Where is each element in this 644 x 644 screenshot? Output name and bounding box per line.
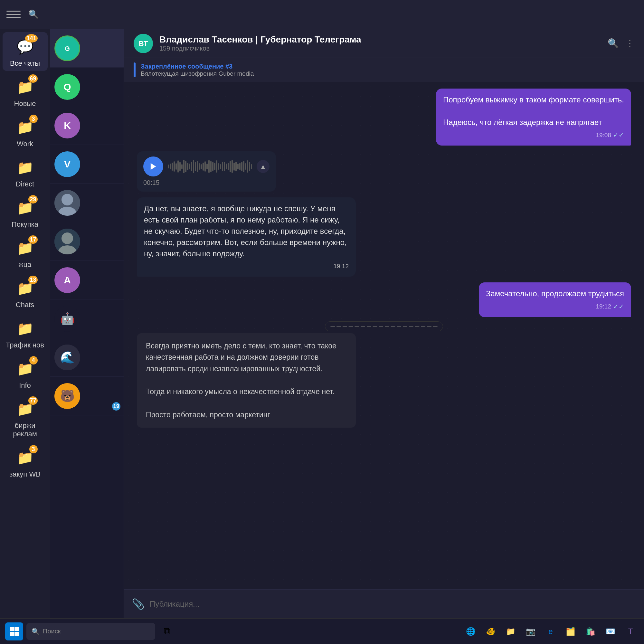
folder-item-all[interactable]: 💬 141 Все чаты [3, 32, 48, 71]
taskbar-edge-icon[interactable]: e [542, 623, 559, 640]
chat-messages: Попробуем выжимку в таком формате соверш… [124, 82, 644, 589]
message-time-4: 19:12 ✓✓ [486, 302, 624, 311]
taskbar-search-label: Поиск [43, 628, 61, 635]
chat-header: ВТ Владислав Тасенков | Губернатор Телег… [124, 29, 644, 58]
folder-sidebar: 💬 141 Все чаты 📁 69 Новые 📁 3 Work 📁 Dir… [0, 29, 50, 618]
folder-item-info[interactable]: 📁 4 Info [3, 354, 48, 393]
folder-icon-wrap-direct: 📁 [14, 156, 36, 179]
search-button[interactable]: 🔍 [27, 8, 40, 21]
taskbar-store-icon[interactable]: 🛍️ [582, 623, 599, 640]
chat-avatar-10: 🐻 [54, 383, 80, 409]
taskbar: 🔍 Поиск ⧉ 🌐 🐠 📁 📷 e 🗂️ 🛍️ 📧 T [0, 618, 644, 644]
message-time-1: 19:08 ✓✓ [443, 130, 624, 140]
direct-folder-icon: 📁 [17, 160, 33, 175]
taskbar-teams-icon[interactable]: T [622, 623, 639, 640]
folder-item-chats[interactable]: 📁 13 Chats [3, 274, 48, 312]
message-text-1: Попробуем выжимку в таком формате соверш… [443, 94, 624, 128]
message-bubble-1: Попробуем выжимку в таком формате соверш… [436, 89, 631, 146]
read-checkmarks-4: ✓✓ [613, 302, 624, 311]
folder-icon-wrap-chats: 📁 13 [14, 277, 36, 299]
taskbar-browser-icon[interactable]: 🌐 [462, 623, 479, 640]
windows-start-button[interactable] [5, 622, 23, 640]
chat-avatar-6 [54, 229, 80, 254]
folder-label-trafik: Трафик нов [6, 341, 44, 349]
svg-point-3 [62, 194, 73, 205]
message-input[interactable] [150, 600, 636, 609]
folder-item-direct[interactable]: 📁 Direct [3, 153, 48, 192]
work-folder-badge: 3 [29, 115, 38, 123]
folder-icon-wrap-all: 💬 141 [14, 35, 36, 58]
search-chat-icon[interactable]: 🔍 [608, 38, 619, 49]
svg-rect-18 [14, 627, 19, 631]
input-bar: 📎 [124, 589, 644, 618]
final-message: Всегда приятно иметь дело с теми, кто зн… [137, 333, 631, 428]
chat-avatar-9: 🌊 [54, 345, 80, 370]
chat-item-4[interactable]: V [50, 145, 124, 184]
message-3: Да нет, вы знаете, я вообще никуда не сп… [137, 197, 631, 277]
play-button[interactable] [143, 156, 163, 176]
folder-icon-wrap-work: 📁 3 [14, 116, 36, 138]
pokupka-folder-badge: 29 [28, 195, 37, 204]
chat-avatar-1: G [54, 35, 80, 61]
folder-icon-wrap-new: 📁 69 [14, 76, 36, 98]
pinned-bar[interactable]: Закреплённое сообщение #3 Вялотекущая ши… [124, 58, 644, 82]
pinned-indicator [134, 62, 136, 77]
message-time-3: 19:12 [144, 262, 349, 271]
chat-item-8[interactable]: 🤖 [50, 299, 124, 338]
taskbar-search[interactable]: 🔍 Поиск [26, 623, 155, 640]
more-options-icon[interactable]: ⋮ [625, 38, 634, 49]
taskbar-files-icon[interactable]: 🗂️ [562, 623, 579, 640]
voice-controls: ▲ [143, 156, 270, 176]
message-1: Попробуем выжимку в таком формате соверш… [137, 89, 631, 146]
chat-item-1[interactable]: G [50, 29, 124, 68]
taskbar-fish-icon[interactable]: 🐠 [482, 623, 499, 640]
chat-item-10[interactable]: 🐻 19 [50, 377, 124, 415]
chat-avatar-2: Q [54, 74, 80, 100]
svg-text:ВТ: ВТ [139, 40, 148, 48]
folder-icon-wrap-trafik: 📁 [14, 317, 36, 340]
folder-item-zhca[interactable]: 📁 17 жца [3, 233, 48, 272]
chat-item-5[interactable] [50, 184, 124, 222]
voice-duration: 00:15 [143, 179, 270, 186]
folder-item-trafik[interactable]: 📁 Трафик нов [3, 314, 48, 353]
birzhi-folder-badge: 77 [28, 396, 37, 405]
main-layout: 💬 141 Все чаты 📁 69 Новые 📁 3 Work 📁 Dir… [0, 29, 644, 618]
new-folder-badge: 69 [28, 74, 37, 83]
chat-item-7[interactable]: A [50, 261, 124, 299]
info-folder-badge: 4 [29, 356, 38, 365]
trafik-folder-icon: 📁 [17, 321, 33, 336]
folder-item-work[interactable]: 📁 3 Work [3, 113, 48, 151]
folder-item-zakup[interactable]: 📁 3 закуп WB [3, 443, 48, 482]
folder-label-direct: Direct [16, 180, 34, 188]
folder-item-birzhi[interactable]: 📁 77 биржи реклам [3, 394, 48, 441]
chat-main: ВТ Владислав Тасенков | Губернатор Телег… [124, 29, 644, 618]
chat-item-9[interactable]: 🌊 [50, 338, 124, 377]
final-message-bubble: Всегда приятно иметь дело с теми, кто зн… [137, 333, 356, 428]
svg-text:🐻: 🐻 [60, 389, 75, 403]
collapse-button[interactable]: ▲ [257, 160, 270, 173]
chat-item-6[interactable] [50, 222, 124, 261]
folder-item-pokupka[interactable]: 📁 29 Покупка [3, 193, 48, 232]
message-text-3: Да нет, вы знаете, я вообще никуда не сп… [144, 203, 349, 259]
taskbar-mail-icon[interactable]: 📧 [602, 623, 619, 640]
message-4: Замечательно, продолжаем трудиться 19:12… [137, 282, 631, 317]
taskbar-taskview[interactable]: ⧉ [158, 623, 175, 640]
folder-label-pokupka: Покупка [12, 220, 38, 229]
taskbar-folder-icon[interactable]: 📁 [502, 623, 519, 640]
folder-icon-wrap-info: 📁 4 [14, 357, 36, 380]
folder-label-work: Work [17, 140, 33, 148]
pinned-subtitle: Вялотекущая шизофрения Guber media [141, 70, 634, 77]
chat-badge-10: 19 [112, 402, 120, 411]
attach-button[interactable]: 📎 [132, 598, 145, 610]
folder-icon-wrap-zhca: 📁 17 [14, 237, 36, 259]
chat-header-icons: 🔍 ⋮ [608, 38, 634, 49]
message-voice: ▲ 00:15 [137, 151, 631, 192]
folder-item-new[interactable]: 📁 69 Новые [3, 72, 48, 111]
hamburger-button[interactable] [6, 7, 21, 22]
final-message-text: Всегда приятно иметь дело с теми, кто зн… [146, 340, 347, 421]
chat-item-2[interactable]: Q [50, 68, 124, 106]
top-bar: 🔍 [0, 0, 644, 29]
chat-item-3[interactable]: K [50, 106, 124, 145]
folder-icon-wrap-pokupka: 📁 29 [14, 196, 36, 219]
taskbar-camera-icon[interactable]: 📷 [522, 623, 539, 640]
